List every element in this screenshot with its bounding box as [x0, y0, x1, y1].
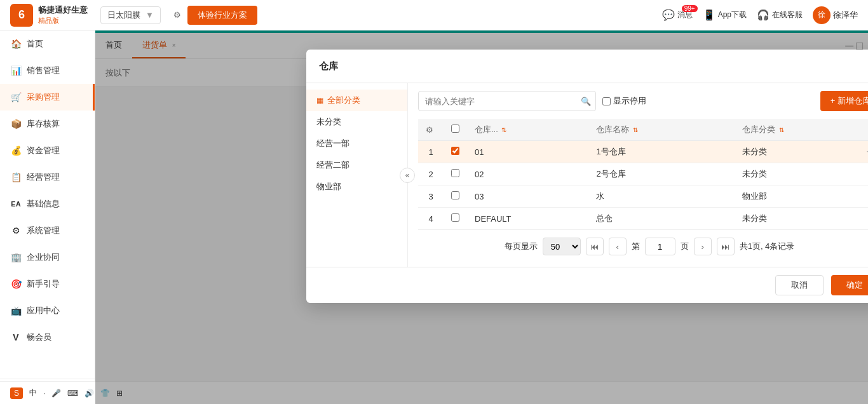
system-icon: ⚙: [10, 225, 22, 236]
row-category: 物业部: [735, 185, 868, 208]
apps-icon: 📺: [10, 305, 22, 316]
show-disabled-checkbox[interactable]: [602, 97, 611, 105]
main-layout: 🏠 首页 📊 销售管理 🛒 采购管理 📦 库存核算 💰 资金管理 📋 经营管理 …: [0, 30, 868, 404]
message-btn[interactable]: 💬 消息 99+: [662, 9, 693, 21]
logo: 6: [10, 4, 33, 27]
row-name: 总仓: [588, 208, 735, 230]
user-menu[interactable]: 徐 徐泽华: [813, 6, 858, 24]
topbar: 6 畅捷通好生意 精品版 日太阳膜 ▼ ⚙ 体验行业方案 💬 消息 99+ 📱 …: [0, 0, 868, 30]
sidebar-item-home[interactable]: 🏠 首页: [0, 30, 95, 57]
topbar-right: 💬 消息 99+ 📱 App下载 🎧 在线客服 徐 徐泽华: [662, 6, 858, 24]
modal-close-btn[interactable]: ×: [863, 58, 868, 74]
brand: 畅捷通好生意 精品版: [38, 4, 88, 25]
sort-icon: ⇅: [501, 126, 506, 133]
sidebar-item-basic[interactable]: EA 基础信息: [0, 191, 95, 217]
content-area: 首页 进货单 × ─ □ 按以下 🖨 打印 ▼ ⬆ 导: [95, 30, 868, 404]
cat-item-property[interactable]: 物业部: [306, 176, 407, 198]
sidebar-item-guide[interactable]: 🎯 新手引导: [0, 271, 95, 297]
row-checkbox-cell: [444, 208, 467, 230]
sidebar-item-purchase[interactable]: 🛒 采购管理: [0, 84, 95, 111]
row-code: 03: [467, 185, 588, 208]
search-icon: 🔍: [581, 97, 591, 106]
cat-item-all[interactable]: ▦ 全部分类: [306, 90, 407, 111]
sidebar-item-apps[interactable]: 📺 应用中心: [0, 297, 95, 324]
select-all-checkbox[interactable]: [451, 125, 459, 133]
table-toolbar: 🔍 显示停用 + 新增仓库: [418, 91, 868, 111]
search-input[interactable]: [418, 91, 596, 111]
th-category: 仓库分类 ⇅: [735, 119, 868, 141]
row-num: 4: [418, 208, 444, 230]
row-name: 2号仓库: [588, 163, 735, 185]
cat-item-operation1[interactable]: 经营一部: [306, 133, 407, 154]
app-download-btn[interactable]: 📱 App下载: [703, 9, 747, 21]
row-name: 1号仓库: [588, 141, 735, 163]
row-checkbox-cell: [444, 141, 467, 163]
table-row[interactable]: 4 DEFAULT 总仓 未分类: [418, 208, 868, 230]
row-code: 01: [467, 141, 588, 163]
sidebar-item-finance[interactable]: 💰 资金管理: [0, 137, 95, 164]
row-num: 2: [418, 163, 444, 185]
table-body: 1 01 1号仓库 未分类··· 2 02 2号仓库 未分类 3 03 水 物业…: [418, 141, 868, 230]
warehouse-modal: 仓库 × ▦ 全部分类 未分类 经营一部: [306, 50, 868, 303]
last-page-btn[interactable]: ⏭: [717, 238, 735, 255]
cat-item-uncategorized[interactable]: 未分类: [306, 111, 407, 133]
per-page-select[interactable]: 50 10 20 100: [543, 238, 581, 255]
customer-service-btn[interactable]: 🎧 在线客服: [757, 9, 803, 21]
table-header-row: ⚙ 仓库... ⇅ 仓库名称 ⇅: [418, 119, 868, 141]
store-selector[interactable]: 日太阳膜 ▼: [100, 6, 161, 24]
show-disabled-checkbox-wrap[interactable]: 显示停用: [602, 95, 646, 107]
table-row[interactable]: 1 01 1号仓库 未分类···: [418, 141, 868, 163]
headset-icon: 🎧: [757, 9, 770, 21]
table-row[interactable]: 3 03 水 物业部: [418, 185, 868, 208]
chevron-down-icon: ▼: [146, 10, 154, 20]
prev-page-btn[interactable]: ‹: [609, 238, 627, 255]
phone-icon: 📱: [703, 9, 715, 21]
sidebar-item-operation[interactable]: 📋 经营管理: [0, 164, 95, 191]
cat-item-operation2[interactable]: 经营二部: [306, 154, 407, 176]
row-checkbox[interactable]: [451, 213, 459, 222]
category-sidebar: ▦ 全部分类 未分类 经营一部 经营二部 物业部 «: [306, 83, 408, 267]
cancel-btn[interactable]: 取消: [775, 275, 824, 295]
status-icon3: 🔊: [85, 389, 94, 398]
sales-icon: 📊: [10, 65, 22, 76]
status-icon2: ⌨: [67, 389, 78, 398]
first-page-btn[interactable]: ⏮: [586, 238, 604, 255]
inventory-icon: 📦: [10, 118, 22, 130]
sidebar-item-system[interactable]: ⚙ 系统管理: [0, 217, 95, 244]
s-badge: S: [10, 387, 23, 399]
page-label: 第: [632, 241, 640, 252]
page-unit: 页: [681, 241, 689, 252]
row-checkbox[interactable]: [451, 191, 459, 199]
home-icon: 🏠: [10, 38, 22, 50]
avatar: 徐: [813, 6, 831, 24]
total-info: 共1页, 4条记录: [740, 241, 795, 252]
sidebar-item-inventory[interactable]: 📦 库存核算: [0, 111, 95, 137]
sidebar-item-enterprise[interactable]: 🏢 企业协同: [0, 244, 95, 271]
table-area: 🔍 显示停用 + 新增仓库 ⚙: [408, 83, 868, 267]
experience-btn[interactable]: 体验行业方案: [187, 6, 257, 25]
finance-icon: 💰: [10, 145, 22, 156]
page-input[interactable]: [645, 238, 675, 255]
row-checkbox[interactable]: [451, 169, 459, 177]
collapse-sidebar-btn[interactable]: «: [400, 168, 415, 183]
sidebar-item-sales[interactable]: 📊 销售管理: [0, 57, 95, 84]
table-row[interactable]: 2 02 2号仓库 未分类: [418, 163, 868, 185]
sidebar-item-member[interactable]: V 畅会员: [0, 324, 95, 351]
purchase-icon: 🛒: [10, 91, 22, 103]
add-warehouse-btn[interactable]: + 新增仓库: [820, 91, 868, 111]
sort-icon2: ⇅: [633, 126, 638, 133]
status-dot: ·: [43, 389, 45, 398]
modal-header: 仓库 ×: [306, 50, 868, 83]
next-page-btn[interactable]: ›: [694, 238, 712, 255]
status-text: 中: [29, 387, 37, 398]
confirm-btn[interactable]: 确定: [831, 275, 868, 295]
sort-icon3: ⇅: [779, 126, 784, 133]
search-wrap: 🔍: [418, 91, 596, 111]
row-num: 1: [418, 141, 444, 163]
row-name: 水: [588, 185, 735, 208]
settings-icon[interactable]: ⚙: [167, 5, 187, 25]
row-code: DEFAULT: [467, 208, 588, 230]
warehouse-table: ⚙ 仓库... ⇅ 仓库名称 ⇅: [418, 119, 868, 230]
per-page-label: 每页显示: [505, 241, 538, 252]
row-checkbox[interactable]: [451, 147, 459, 155]
